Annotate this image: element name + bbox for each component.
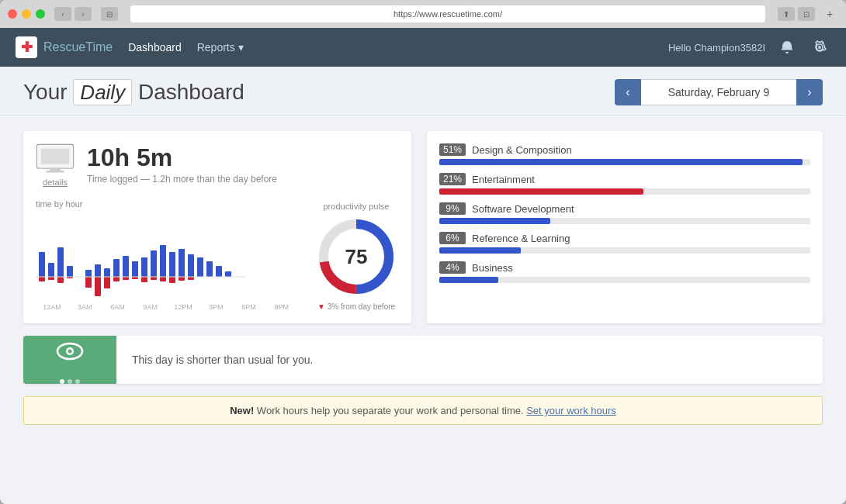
category-header: 9% Software Development [439,202,810,215]
category-bar-fill [439,159,803,165]
bookmark-button[interactable]: ⊡ [798,7,815,21]
share-button[interactable]: ⬆ [778,7,795,21]
category-bar-fill [439,188,643,195]
svg-rect-14 [85,270,92,277]
set-work-hours-link[interactable]: Set your work hours [526,405,616,416]
insight-dots [60,379,80,384]
logo[interactable]: ✚ RescueTime [16,36,113,58]
details-link[interactable]: details [43,178,68,187]
svg-rect-15 [85,277,92,288]
category-header: 21% Entertainment [439,173,810,185]
banner-text: Work hours help you separate your work a… [254,405,526,416]
new-tab-button[interactable]: + [821,7,838,21]
category-bar-bg [439,218,810,224]
svg-rect-3 [41,149,70,164]
svg-rect-10 [57,247,64,277]
nav-left: ✚ RescueTime Dashboard Reports ▾ [16,36,244,58]
dot-3[interactable] [75,379,80,384]
category-bar-bg [439,247,810,254]
your-label: Your [23,80,68,104]
svg-rect-11 [57,277,64,283]
svg-rect-40 [216,266,222,277]
svg-rect-41 [225,271,231,277]
close-button[interactable] [8,9,17,19]
time-axis-label: 3PM [199,303,232,311]
date-navigator: ‹ Saturday, February 9 › [615,79,823,105]
svg-rect-20 [113,259,120,277]
time-by-hour-section: time by hour 12AM3AM6AM9AM12PM3PM6PM9PM [36,199,298,311]
category-row: 4% Business [439,261,810,283]
browser-window: ‹ › ⊟ https://www.rescuetime.com/ ⬆ ⊡ + … [0,0,846,504]
dot-1[interactable] [60,379,64,384]
nav-right: Hello Champion3582I [668,36,830,58]
dashboard-nav-link[interactable]: Dashboard [128,41,182,54]
trend-arrow: ▼ [317,302,325,311]
fullscreen-button[interactable] [36,9,45,19]
svg-rect-36 [188,254,194,277]
insight-text: This day is shorter than usual for you. [116,336,328,384]
notifications-button[interactable] [776,36,798,58]
minimize-button[interactable] [22,9,31,19]
svg-rect-34 [179,249,185,277]
next-date-button[interactable]: › [796,79,823,105]
eye-icon [54,336,85,373]
traffic-lights [8,9,45,19]
back-button[interactable]: ‹ [54,7,71,21]
categories-panel: 51% Design & Composition 21% Entertainme… [427,131,823,323]
insight-icon-area [23,336,116,384]
settings-button[interactable] [809,36,830,58]
category-pct: 21% [439,173,466,185]
svg-rect-31 [160,277,166,281]
category-bar-bg [439,277,810,283]
category-bar-fill [439,277,498,283]
reports-nav-link[interactable]: Reports ▾ [197,41,244,54]
history-button[interactable]: ⊟ [101,7,118,21]
time-axis-label: 9AM [134,303,167,311]
address-bar[interactable]: https://www.rescuetime.com/ [130,5,765,22]
logo-text: RescueTime [43,40,113,54]
category-header: 51% Design & Composition [439,143,810,156]
pulse-label: productivity pulse [324,202,390,211]
category-name: Business [472,262,513,274]
forward-button[interactable]: › [75,7,92,21]
svg-rect-21 [113,277,120,281]
svg-rect-27 [141,277,147,282]
svg-rect-33 [169,277,175,283]
greeting-text: Hello Champion3582I [668,42,765,54]
category-pct: 51% [439,143,466,156]
insight-panel: This day is shorter than usual for you. [23,336,823,384]
tools-icon [812,40,827,55]
svg-rect-38 [197,257,203,277]
url-text: https://www.rescuetime.com/ [394,9,502,19]
category-row: 51% Design & Composition [439,143,810,165]
category-pct: 9% [439,202,466,215]
donut-chart: 75 [314,214,399,299]
svg-rect-18 [104,268,110,277]
prev-date-button[interactable]: ‹ [615,79,641,105]
svg-rect-16 [95,264,101,277]
time-logged: 10h 5m Time logged — 1.2h more than the … [87,143,277,185]
time-axis-label: 6AM [102,303,134,311]
category-row: 9% Software Development [439,202,810,224]
time-description: Time logged — 1.2h more than the day bef… [87,174,277,185]
main-nav: ✚ RescueTime Dashboard Reports ▾ Hello C… [0,28,846,67]
svg-rect-26 [141,257,147,277]
svg-rect-32 [169,252,175,277]
svg-rect-17 [95,277,101,296]
dot-2[interactable] [68,379,72,384]
category-name: Software Development [472,203,574,215]
reports-dropdown-icon: ▾ [238,41,244,54]
time-total: 10h 5m [87,143,277,172]
charts-row: time by hour 12AM3AM6AM9AM12PM3PM6PM9PM … [36,199,399,311]
svg-rect-9 [48,277,54,280]
pulse-trend: ▼ 3% from day before [317,302,395,311]
time-chart-label: time by hour [36,199,298,209]
time-axis-label: 9PM [265,303,298,311]
app-container: ✚ RescueTime Dashboard Reports ▾ Hello C… [0,28,846,504]
svg-rect-12 [67,266,73,277]
view-type-selector[interactable]: Daily [73,79,132,105]
time-axis-label: 12PM [167,303,199,311]
time-axis-label: 12AM [36,303,68,311]
category-row: 21% Entertainment [439,173,810,195]
svg-rect-6 [39,252,45,277]
